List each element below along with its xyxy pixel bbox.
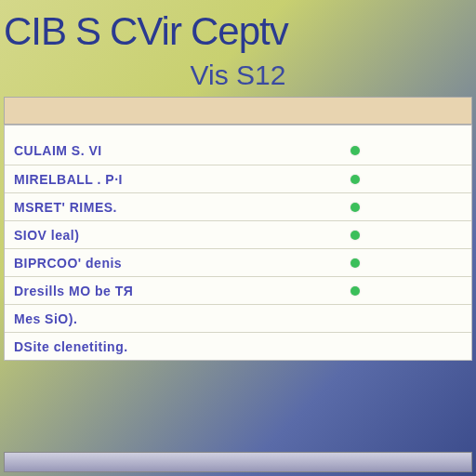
list-item[interactable]: SIOV leal): [5, 220, 471, 248]
list-item-label: DSite clenetiting.: [14, 339, 332, 354]
list-item-label: CULAIM S. VI: [14, 143, 332, 158]
list-panel: CULAIM S. VI MIRELBALL . P·I MSRET' RIME…: [4, 125, 472, 361]
status-dot-icon: [350, 286, 360, 296]
app-subtitle: Vis S12: [0, 54, 476, 97]
list-item[interactable]: MIRELBALL . P·I: [5, 165, 471, 192]
title-seg-2: S: [75, 9, 100, 54]
status-bar: [4, 452, 472, 472]
status-dot-icon: [350, 175, 360, 184]
title-seg-4: Ceptv: [191, 9, 288, 54]
list-item-label: SIOV leal): [14, 228, 332, 243]
list-item-label: Mes SiO).: [14, 311, 332, 326]
card: CULAIM S. VI MIRELBALL . P·I MSRET' RIME…: [0, 97, 476, 361]
status-cell: [332, 175, 462, 184]
list-item-label: Dresills MO be TЯ: [14, 284, 332, 298]
list-item[interactable]: DSite clenetiting.: [5, 332, 471, 360]
app-title: CIB S CVir Ceptv: [0, 0, 476, 54]
list-item-label: BIPRCOO' denis: [14, 256, 332, 271]
list-item[interactable]: BIPRCOO' denis: [5, 248, 471, 276]
status-cell: [332, 203, 462, 212]
card-header-bar: [4, 97, 472, 125]
app-root: CIB S CVir Ceptv Vis S12 CULAIM S. VI MI…: [0, 0, 476, 476]
status-dot-icon: [350, 203, 360, 212]
status-cell: [332, 231, 462, 240]
list-item[interactable]: CULAIM S. VI: [5, 137, 471, 165]
title-seg-1: CIB: [4, 9, 66, 54]
list-item-label: MSRET' RIMES.: [14, 200, 332, 215]
list-item-label: MIRELBALL . P·I: [14, 172, 332, 187]
status-dot-icon: [350, 258, 360, 268]
title-seg-3: CVir: [110, 9, 181, 54]
list-item[interactable]: MSRET' RIMES.: [5, 192, 471, 220]
status-cell: [332, 146, 462, 155]
status-cell: [332, 286, 462, 296]
list-item[interactable]: Mes SiO).: [5, 304, 471, 332]
status-dot-icon: [350, 231, 360, 240]
status-cell: [332, 258, 462, 268]
status-dot-icon: [350, 146, 360, 155]
list-item[interactable]: Dresills MO be TЯ: [5, 276, 471, 304]
